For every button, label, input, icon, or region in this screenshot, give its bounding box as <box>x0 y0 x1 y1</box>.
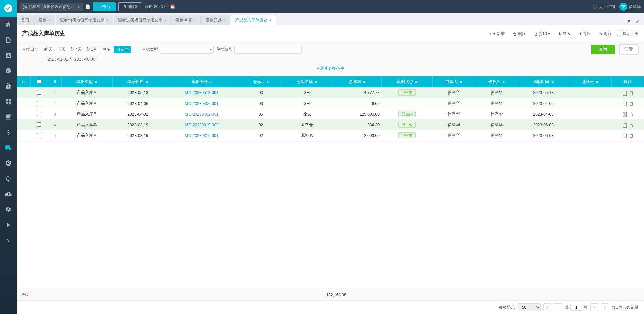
delete-row-icon[interactable]: 🗑 <box>629 133 634 138</box>
date-btn-yesterday[interactable]: 昨天 <box>42 46 54 53</box>
sidebar-item-version[interactable]: V <box>0 233 17 248</box>
sidebar-item-home[interactable] <box>0 17 17 32</box>
warehouse-name-column-header[interactable]: 仓库名称 ⇅ <box>281 76 332 87</box>
tab-invoice-calc-close[interactable]: × <box>194 18 196 22</box>
edit-icon[interactable]: 📋 <box>622 112 628 117</box>
document-icon[interactable]: 📄 <box>85 4 90 9</box>
refresh-button[interactable]: ↻ 刷新 <box>596 29 614 38</box>
import-button[interactable]: ⬇ 导入 <box>555 29 573 38</box>
num-column-header[interactable]: # <box>48 76 61 87</box>
row-checkbox[interactable] <box>37 122 41 127</box>
sidebar-item-settings[interactable] <box>0 63 17 78</box>
settings-column-header[interactable]: ⚙ <box>17 76 30 87</box>
sidebar-item-docs[interactable] <box>0 32 17 48</box>
tab-maximize-button[interactable]: ⤢ <box>634 17 641 25</box>
user-service[interactable]: 🎧 人工咨询 <box>593 4 615 10</box>
type-column-header[interactable]: 单据类型 ⇅ <box>61 76 112 87</box>
tab-sales-vat[interactable]: 查看销项增值税专用发票 × <box>56 15 113 25</box>
row-checkbox[interactable] <box>37 90 41 95</box>
first-page-button[interactable]: ⟪ <box>543 303 551 311</box>
delete-row-icon[interactable]: 🗑 <box>629 90 634 96</box>
number-filter-input[interactable] <box>234 46 302 54</box>
row-number[interactable]: MC-20230319-001 <box>163 130 240 141</box>
setting-button[interactable]: 设置 <box>619 44 639 55</box>
company-selector[interactable]: (库存核算) 直播轻娱通信息技术股份... ▾ <box>20 3 83 11</box>
user-info[interactable]: 华 徐泽华 <box>619 3 641 11</box>
last-page-button[interactable]: ⟫ <box>601 303 609 311</box>
select-all-checkbox[interactable] <box>37 79 41 84</box>
row-checkbox[interactable] <box>37 101 41 105</box>
sidebar-item-chart[interactable] <box>0 48 17 63</box>
date-column-header[interactable]: 单据日期 ⇅ <box>112 76 163 87</box>
row-checkbox[interactable] <box>37 112 41 116</box>
sidebar-item-upload[interactable] <box>0 186 17 202</box>
tab-close-all-button[interactable]: ✕ <box>625 17 632 25</box>
export-button[interactable]: ⬆ 导出 <box>576 29 594 38</box>
modifier-column-header[interactable]: 修改人 ⇅ <box>475 76 518 87</box>
warehouse-code-column-header[interactable]: 仓库... ⇅ <box>240 76 281 87</box>
date-btn-today[interactable]: 今天 <box>56 46 68 53</box>
type-sort-icon: ⇅ <box>95 80 97 84</box>
sidebar-item-money[interactable] <box>0 125 17 140</box>
row-number[interactable]: MC-20230402-001 <box>163 109 240 120</box>
page-size-select[interactable]: 10 20 50 100 <box>518 303 541 311</box>
display-toggle-checkbox[interactable] <box>617 32 621 36</box>
delete-row-icon[interactable]: 🗑 <box>629 122 634 128</box>
sidebar-item-lock[interactable] <box>0 78 17 94</box>
delete-row-icon[interactable]: 🗑 <box>629 112 634 117</box>
sidebar-item-play[interactable] <box>0 217 17 233</box>
next-page-button[interactable]: › <box>590 303 598 311</box>
tab-product-history-close[interactable]: × <box>269 18 271 22</box>
switch-version-button[interactable]: 切到旧版 <box>118 2 142 11</box>
row-checkbox[interactable] <box>37 133 41 137</box>
tab-purchase-vat-close[interactable]: × <box>164 18 166 22</box>
tab-sales-vat-close[interactable]: × <box>106 18 108 22</box>
sidebar-item-grid[interactable] <box>0 94 17 109</box>
edit-icon[interactable]: 📋 <box>622 133 628 138</box>
sidebar-item-process[interactable] <box>0 171 17 186</box>
sidebar-item-stamp[interactable] <box>0 155 17 171</box>
sidebar-item-report[interactable] <box>0 109 17 125</box>
sidebar-item-gear2[interactable] <box>0 202 17 217</box>
row-number[interactable]: MC-20230513-001 <box>163 87 240 98</box>
edit-icon[interactable]: 📋 <box>622 122 628 128</box>
prev-page-button[interactable]: ‹ <box>554 303 562 311</box>
workbench-button[interactable]: 工作台 <box>93 2 116 11</box>
edit-icon[interactable]: 📋 <box>622 101 628 106</box>
tab-invoice-open-close[interactable]: × <box>224 18 226 22</box>
tab-invoice-close[interactable]: × <box>49 18 51 22</box>
date-btn-more[interactable]: 更多 <box>100 46 112 53</box>
expand-button[interactable]: ▾ 展开更多条件 <box>317 66 344 71</box>
refresh-label: 刷新 <box>603 31 611 37</box>
date-btn-7days[interactable]: 近7天 <box>69 46 84 53</box>
tab-invoice-open[interactable]: 发票开具 × <box>201 15 230 25</box>
app-logo[interactable] <box>0 0 17 17</box>
total-cost-column-header[interactable]: 总成本 ⇅ <box>332 76 382 87</box>
sidebar-item-warehouse[interactable] <box>0 140 17 155</box>
edit-icon[interactable]: 📋 <box>622 90 628 96</box>
tab-invoice[interactable]: 发票 × <box>34 15 55 25</box>
type-select[interactable]: 产品入库单 <box>160 46 214 54</box>
row-number[interactable]: MC-20230406-001 <box>163 98 240 109</box>
tab-purchase-vat[interactable]: 查看进项增值税专用发票 × <box>114 15 171 25</box>
voucher-column-header[interactable]: 凭证号 ⇅ <box>569 76 611 87</box>
number-column-header[interactable]: 单据编号 ⇅ <box>163 76 240 87</box>
row-number[interactable]: MC-20230319-002 <box>163 120 240 130</box>
calendar-icon[interactable]: 📅 <box>170 4 175 9</box>
date-btn-1month[interactable]: 近1月 <box>85 46 99 53</box>
delete-row-icon[interactable]: 🗑 <box>629 101 634 106</box>
modify-time-column-header[interactable]: 修改时间 ⇅ <box>518 76 569 87</box>
delete-button[interactable]: 🗑 删除 <box>510 29 529 38</box>
tab-home[interactable]: 首页 <box>17 15 34 25</box>
new-button[interactable]: ＋ + 新增 <box>486 29 507 38</box>
page-number-input[interactable] <box>570 304 582 311</box>
display-toggle[interactable]: 显示明细 <box>617 31 639 37</box>
status-column-header[interactable]: 单据状态 ⇅ <box>382 76 433 87</box>
query-button[interactable]: 查询 <box>591 45 615 54</box>
tab-product-history[interactable]: 产成品入库单历史 × <box>231 15 276 25</box>
print-button[interactable]: 🖨 打印 ▾ <box>531 29 553 38</box>
tab-invoice-calc[interactable]: 发票测算 × <box>171 15 200 25</box>
date-btn-custom[interactable]: 自定义 <box>114 46 131 53</box>
new-label: + 新增 <box>493 31 505 37</box>
creator-column-header[interactable]: 制单人 ⇅ <box>433 76 475 87</box>
